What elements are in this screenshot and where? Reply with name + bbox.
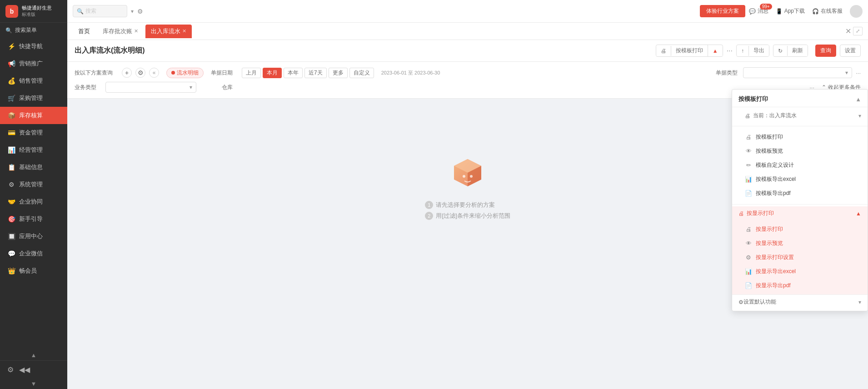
sidebar-item-marketing[interactable]: 📢 营销推广	[0, 55, 67, 72]
date-btn-custom[interactable]: 自定义	[349, 68, 374, 78]
dp-item-display-settings[interactable]: ⚙ 按显示打印设置	[732, 250, 868, 264]
empty-state-icon	[445, 150, 490, 195]
sidebar-item-label: 畅会员	[19, 267, 37, 275]
app-download-btn[interactable]: 📱 App下载	[776, 7, 805, 15]
message-btn[interactable]: 💬 消息 99+	[749, 7, 768, 15]
sidebar-item-finance[interactable]: 💳 资金管理	[0, 124, 67, 141]
tab-bar: 首页 库存批次账 ✕ 出入库流水 ✕ ✕ ⤢	[67, 23, 868, 40]
topbar-dropdown-icon[interactable]: ▾	[131, 8, 134, 15]
search-placeholder: 搜索	[85, 7, 96, 15]
sidebar-item-sales[interactable]: 💰 销售管理	[0, 72, 67, 90]
dropdown-section-template: 🖨 按模板打印 👁 按模板预览 ✏ 模板自定义设计 📊 按模板导出excel 📄	[732, 128, 868, 202]
dp-item-display-preview[interactable]: 👁 按显示预览	[732, 236, 868, 250]
sidebar-item-label: 系统管理	[19, 180, 43, 189]
page-header: 出入库流水(流水明细) 🖨 按模板打印 ▲ ··· ↑	[67, 40, 868, 62]
online-service-btn[interactable]: 🎧 在线客服	[812, 7, 843, 15]
sidebar-item-vip[interactable]: 👑 畅会员	[0, 262, 67, 279]
dp-display-section-header[interactable]: 🖨 按显示打印 ▲	[732, 206, 868, 220]
guide-icon: 🎯	[7, 215, 15, 223]
export-btn[interactable]: 导出	[749, 45, 769, 56]
dp-item-template-preview[interactable]: 👁 按模板预览	[732, 144, 868, 158]
date-btn-last-month[interactable]: 上月	[242, 68, 261, 78]
basic-icon: 📋	[7, 163, 15, 171]
tab-close-inout[interactable]: ✕	[182, 28, 186, 34]
dp-item-display-print[interactable]: 🖨 按显示打印	[732, 222, 868, 236]
date-btn-7days[interactable]: 近7天	[304, 68, 327, 78]
date-filter-group: 上月 本月 本年 近7天 更多 自定义	[242, 68, 374, 78]
print-template-btn[interactable]: 按模板打印	[671, 45, 708, 56]
sidebar-item-inventory[interactable]: 📦 库存核算	[0, 107, 67, 124]
refresh-icon-btn: ↻	[773, 46, 788, 56]
dropdown-title: 按模板打印	[738, 95, 768, 103]
filter-chip[interactable]: 流水明细	[166, 68, 204, 78]
avatar	[850, 5, 863, 18]
sidebar-item-system[interactable]: ⚙ 系统管理	[0, 176, 67, 193]
headset-icon: 🎧	[812, 8, 819, 15]
hint-text-2: 用[过滤]条件来缩小分析范围	[436, 212, 510, 220]
cooperation-icon: 🤝	[7, 198, 15, 206]
collapse-sidebar-icon[interactable]: ◀◀	[19, 365, 30, 374]
dp-item-template-custom[interactable]: ✏ 模板自定义设计	[732, 158, 868, 172]
dp-footer-arrow: ▾	[858, 299, 861, 305]
query-btn[interactable]: 查询	[815, 45, 836, 57]
type-more-btn[interactable]: ···	[856, 70, 861, 76]
hint-num-1: 1	[425, 201, 433, 209]
sidebar-item-label: 资金管理	[19, 129, 43, 137]
dp-item-label: 按模板导出excel	[756, 175, 796, 183]
industry-btn[interactable]: 体验行业方案	[700, 5, 745, 17]
tab-home[interactable]: 首页	[73, 25, 95, 38]
dropdown-section-current: 🖨 当前：出入库流水 ▾	[732, 107, 868, 124]
sidebar-item-app-center[interactable]: 🔲 应用中心	[0, 228, 67, 245]
dp-item-display-export-excel[interactable]: 📊 按显示导出excel	[732, 264, 868, 279]
sidebar-item-guide[interactable]: 🎯 新手引导	[0, 210, 67, 228]
settings-icon[interactable]: ⚙	[7, 365, 14, 374]
expand-window-btn[interactable]: ⤢	[853, 27, 863, 35]
filter-collapse-left-btn[interactable]: «	[149, 68, 159, 78]
dp-item-display-export-pdf[interactable]: 📄 按显示导出pdf	[732, 279, 868, 293]
sidebar-item-purchase[interactable]: 🛒 采购管理	[0, 90, 67, 107]
sidebar-navigation: ⚡ 快捷导航 📢 营销推广 💰 销售管理 🛒 采购管理 📦 库存核算 💳 资金管…	[0, 38, 67, 350]
sidebar-search[interactable]: 🔍 搜索菜单	[0, 23, 67, 38]
app-name: 畅捷通好生意	[22, 5, 52, 11]
dp-display-section-icon: 🖨	[738, 210, 744, 217]
tab-close-batch[interactable]: ✕	[134, 28, 138, 34]
add-filter-btn[interactable]: +	[122, 68, 132, 78]
settings-btn[interactable]: 设置	[840, 45, 861, 57]
biz-type-select[interactable]: ▾	[105, 82, 196, 93]
more-actions-btn[interactable]: ···	[727, 47, 733, 55]
sidebar-scroll-down[interactable]: ▼	[0, 379, 67, 389]
sidebar-item-basic[interactable]: 📋 基础信息	[0, 159, 67, 176]
date-btn-this-year[interactable]: 本年	[284, 68, 303, 78]
user-avatar-btn[interactable]	[850, 5, 863, 18]
topbar-gear-icon[interactable]: ⚙	[137, 8, 143, 15]
dp-item-label: 按模板预览	[756, 147, 783, 155]
sidebar-item-cooperation[interactable]: 🤝 企业协同	[0, 193, 67, 210]
quick-nav-icon: ⚡	[7, 42, 15, 50]
print-template-dropdown-btn[interactable]: ▲	[708, 46, 723, 56]
sidebar-item-operations[interactable]: 📊 经营管理	[0, 141, 67, 159]
dp-item-template-print[interactable]: 🖨 按模板打印	[732, 130, 868, 144]
dp-footer-settings[interactable]: ⚙ 设置默认功能 ▾	[732, 294, 868, 309]
sidebar-logo: b 畅捷通好生意 标准版	[0, 0, 67, 23]
dp-footer-label: 设置默认功能	[743, 298, 776, 306]
close-window-btn[interactable]: ✕	[845, 27, 851, 35]
date-btn-this-month[interactable]: 本月	[263, 68, 282, 78]
dp-item-template-export-excel[interactable]: 📊 按模板导出excel	[732, 172, 868, 186]
sidebar-item-quick-nav[interactable]: ⚡ 快捷导航	[0, 38, 67, 55]
filter-gear-btn[interactable]: ⚙	[135, 68, 145, 78]
sidebar-item-wecom[interactable]: 💬 企业微信	[0, 245, 67, 262]
refresh-btn[interactable]: 刷新	[788, 45, 808, 56]
divider-2	[732, 204, 868, 204]
dropdown-close-icon[interactable]: ▲	[855, 96, 861, 103]
type-select[interactable]: ▾	[743, 67, 852, 78]
message-badge: 99+	[760, 4, 772, 10]
date-btn-more[interactable]: 更多	[329, 68, 348, 78]
sidebar-item-label: 库存核算	[19, 111, 43, 120]
tab-inout[interactable]: 出入库流水 ✕	[145, 25, 192, 38]
sidebar-scroll-up[interactable]: ▲	[0, 350, 67, 360]
dp-item-template-export-pdf[interactable]: 📄 按模板导出pdf	[732, 186, 868, 200]
batch-tab-label: 库存批次账	[103, 27, 132, 35]
topbar-search-box[interactable]: 🔍 搜索	[73, 5, 127, 17]
tab-batch[interactable]: 库存批次账 ✕	[97, 25, 144, 38]
sidebar-item-label: 企业协同	[19, 198, 43, 206]
